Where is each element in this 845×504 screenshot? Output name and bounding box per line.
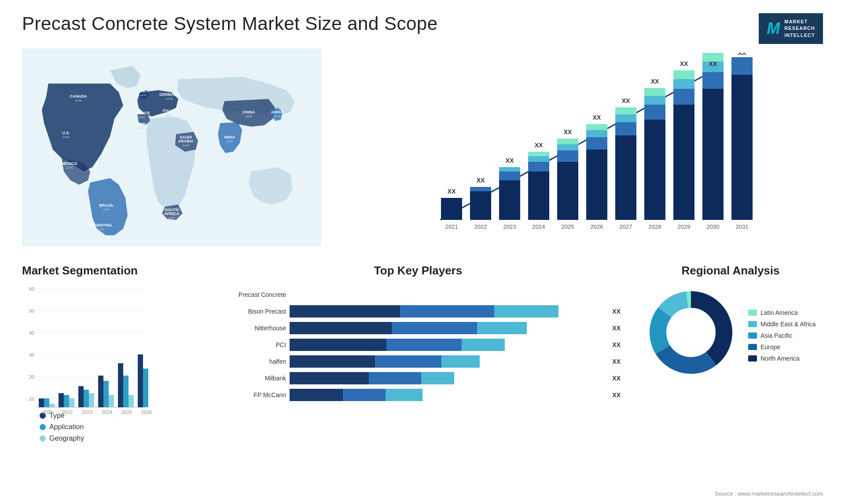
regional-legend: Latin America Middle East & Africa Asia … bbox=[748, 309, 816, 362]
svg-rect-36 bbox=[441, 198, 462, 220]
svg-text:xx%: xx% bbox=[138, 115, 145, 119]
svg-text:xx%: xx% bbox=[226, 139, 233, 143]
svg-rect-51 bbox=[557, 150, 578, 162]
legend-europe-label: Europe bbox=[760, 343, 780, 351]
bar-mid bbox=[386, 339, 462, 351]
player-name: PCI bbox=[216, 341, 286, 348]
legend-item-mea: Middle East & Africa bbox=[748, 321, 816, 328]
svg-rect-58 bbox=[586, 124, 607, 130]
svg-text:20: 20 bbox=[29, 374, 34, 380]
player-bar bbox=[290, 389, 422, 401]
legend-latin-color bbox=[748, 310, 757, 316]
svg-text:ARGENTINA: ARGENTINA bbox=[88, 223, 112, 227]
svg-rect-108 bbox=[44, 398, 49, 407]
svg-text:2025: 2025 bbox=[121, 409, 132, 415]
legend-app-dot bbox=[40, 424, 46, 430]
svg-text:xx%: xx% bbox=[136, 126, 143, 130]
svg-text:40: 40 bbox=[29, 330, 34, 336]
svg-rect-56 bbox=[586, 137, 607, 150]
key-players-section: Top Key Players Precast Concrete Bison P… bbox=[207, 264, 629, 504]
svg-rect-50 bbox=[557, 162, 578, 220]
bar-light bbox=[494, 305, 559, 318]
legend-item-latin: Latin America bbox=[748, 309, 816, 316]
svg-text:XX: XX bbox=[622, 97, 630, 104]
bottom-content: Market Segmentation 60 50 40 30 20 10 bbox=[0, 259, 845, 504]
logo-m-icon: M bbox=[767, 19, 780, 38]
bar-light bbox=[421, 372, 454, 384]
player-bar-container bbox=[290, 389, 606, 401]
svg-rect-73 bbox=[673, 70, 694, 79]
player-value: XX bbox=[612, 341, 621, 348]
svg-text:ITALY: ITALY bbox=[163, 109, 174, 113]
svg-text:XX: XX bbox=[593, 114, 601, 121]
svg-rect-39 bbox=[470, 187, 491, 191]
legend-geo-label: Geography bbox=[49, 435, 84, 442]
player-name: Milbank bbox=[216, 375, 286, 382]
bar-mid bbox=[343, 389, 386, 401]
svg-text:xx%: xx% bbox=[75, 99, 81, 102]
svg-text:2031: 2031 bbox=[736, 223, 749, 230]
bar-light bbox=[477, 322, 527, 334]
list-item: Precast Concrete bbox=[216, 289, 621, 301]
map-container: CANADA xx% U.S. xx% MEXICO xx% BRAZIL xx… bbox=[22, 48, 321, 246]
legend-item-geography: Geography bbox=[40, 435, 198, 442]
legend-latin-label: Latin America bbox=[760, 309, 798, 316]
svg-rect-116 bbox=[98, 376, 103, 407]
svg-text:XX: XX bbox=[680, 60, 688, 67]
svg-rect-46 bbox=[528, 162, 549, 172]
svg-text:JAPAN: JAPAN bbox=[271, 110, 284, 114]
svg-rect-42 bbox=[499, 172, 520, 180]
svg-rect-123 bbox=[143, 369, 148, 407]
legend-apac-label: Asia Pacific bbox=[760, 332, 792, 339]
svg-text:2024: 2024 bbox=[102, 409, 112, 415]
list-item: Milbank XX bbox=[216, 372, 621, 384]
regional-section: Regional Analysis bbox=[638, 264, 823, 504]
legend-mea-color bbox=[748, 321, 757, 327]
svg-rect-71 bbox=[673, 89, 694, 105]
svg-text:2023: 2023 bbox=[82, 409, 92, 415]
svg-rect-61 bbox=[615, 122, 636, 135]
svg-rect-47 bbox=[528, 156, 549, 162]
svg-text:2027: 2027 bbox=[620, 223, 632, 230]
key-players-title: Top Key Players bbox=[207, 264, 629, 278]
svg-rect-62 bbox=[615, 114, 636, 122]
player-bar-container bbox=[290, 372, 606, 384]
svg-text:30: 30 bbox=[29, 352, 34, 358]
svg-text:GERMANY: GERMANY bbox=[159, 92, 180, 97]
svg-text:SPAIN: SPAIN bbox=[134, 122, 146, 126]
list-item: Bison Precast XX bbox=[216, 305, 621, 318]
legend-geo-dot bbox=[40, 435, 46, 442]
segmentation-section: Market Segmentation 60 50 40 30 20 10 bbox=[22, 264, 198, 504]
svg-text:xx%: xx% bbox=[66, 166, 73, 170]
segmentation-svg: 60 50 40 30 20 10 bbox=[22, 284, 189, 416]
logo-area: M MARKET RESEARCH INTELLECT bbox=[759, 13, 823, 44]
svg-rect-107 bbox=[39, 398, 44, 407]
svg-rect-43 bbox=[499, 167, 520, 172]
player-bar bbox=[290, 339, 505, 351]
segmentation-title: Market Segmentation bbox=[22, 264, 198, 278]
bar-mid bbox=[400, 305, 494, 318]
svg-rect-75 bbox=[702, 89, 724, 220]
svg-text:INDIA: INDIA bbox=[224, 135, 235, 139]
svg-text:2030: 2030 bbox=[707, 223, 720, 230]
list-item: PCI XX bbox=[216, 339, 621, 351]
svg-rect-120 bbox=[123, 376, 129, 407]
donut-chart-container bbox=[643, 284, 739, 383]
svg-text:xx%: xx% bbox=[140, 93, 146, 97]
svg-rect-118 bbox=[109, 395, 114, 407]
bar-mid bbox=[369, 372, 422, 384]
donut-svg bbox=[643, 284, 739, 381]
player-bar-container bbox=[290, 322, 606, 334]
svg-text:XX: XX bbox=[709, 60, 717, 67]
svg-text:MEXICO: MEXICO bbox=[62, 161, 77, 166]
svg-rect-90 bbox=[731, 75, 753, 220]
bar-light bbox=[441, 355, 479, 368]
svg-text:2021: 2021 bbox=[445, 223, 458, 230]
svg-rect-57 bbox=[586, 130, 607, 137]
player-value: XX bbox=[612, 308, 621, 315]
svg-rect-65 bbox=[644, 120, 665, 220]
svg-text:xx%: xx% bbox=[166, 97, 173, 101]
regional-content: Latin America Middle East & Africa Asia … bbox=[638, 284, 823, 383]
svg-rect-115 bbox=[89, 393, 94, 407]
legend-apac-color bbox=[748, 332, 757, 339]
